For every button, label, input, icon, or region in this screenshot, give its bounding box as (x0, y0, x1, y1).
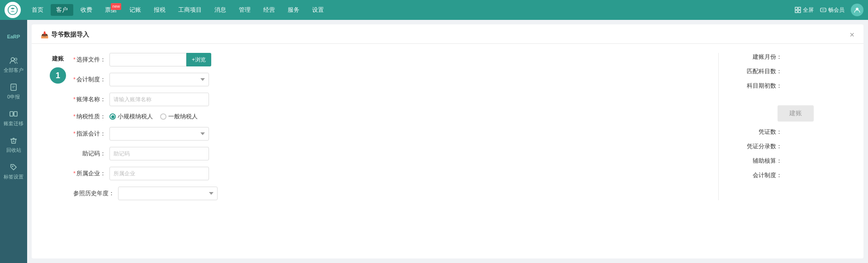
sidebar-item-declaration[interactable]: 0申报 (1, 79, 26, 104)
top-nav: 首页 客户 收费 票据 new 记账 报税 工商项目 消息 管理 经营 服务 设… (0, 0, 868, 20)
match-account-row: 匹配科目数： (746, 67, 845, 75)
svg-rect-10 (10, 112, 13, 116)
voucher-entries-label: 凭证分录数： (746, 142, 782, 150)
match-account-label: 匹配科目数： (746, 67, 782, 75)
main-layout: EaRP 全部客户 0申报 账套迁移 (0, 20, 868, 263)
voucher-count-row: 凭证数： (746, 128, 845, 136)
company-input[interactable] (109, 167, 209, 180)
ledger-name-label: *账簿名称： (73, 95, 106, 103)
svg-point-12 (12, 166, 14, 167)
assign-accountant-row: *指派会计： (73, 127, 218, 141)
company-label: *所属企业： (73, 169, 106, 178)
aux-account-row: 辅助核算： (746, 157, 845, 165)
browse-button[interactable]: +浏览 (186, 53, 211, 66)
assign-accountant-label: *指派会计： (73, 130, 106, 138)
build-button[interactable]: 建账 (778, 105, 814, 122)
nav-item-service[interactable]: 服务 (282, 4, 305, 16)
jianzhuang-label: 建账 (52, 55, 64, 63)
dialog-title-text: 导爷数据导入 (51, 31, 89, 39)
svg-rect-3 (795, 10, 797, 13)
svg-point-8 (15, 58, 17, 61)
svg-point-7 (11, 58, 14, 61)
file-input[interactable] (109, 53, 186, 66)
aux-account-label: 辅助核算： (746, 157, 782, 165)
form-section-right: 建账月份： 匹配科目数： 科目期初数： 建账 凭证 (728, 53, 845, 200)
nav-item-customer[interactable]: 客户 (51, 4, 73, 16)
build-month-row: 建账月份： (746, 53, 845, 61)
sidebar: EaRP 全部客户 0申报 账套迁移 (0, 20, 27, 263)
nav-item-account[interactable]: 记账 (124, 4, 147, 16)
voucher-count-label: 凭证数： (746, 128, 782, 136)
nav-item-invoice[interactable]: 票据 new (100, 4, 122, 16)
company-row: *所属企业： (73, 167, 218, 180)
fullscreen-button[interactable]: 全屏 (795, 6, 814, 14)
sidebar-item-all-customers-label: 全部客户 (4, 67, 24, 74)
accounting-standard-label: *会计制度： (73, 75, 106, 84)
vip-label: 畅会员 (828, 6, 844, 14)
radio-general-dot (160, 113, 166, 120)
radio-general-label: 一般纳税人 (168, 113, 198, 121)
svg-rect-11 (14, 112, 17, 116)
tax-type-row: *纳税性质： 小规模纳税人 一般纳税人 (73, 113, 218, 121)
accounting-standard-row: *会计制度： (73, 73, 218, 86)
radio-small-label: 小规模纳税人 (118, 113, 153, 121)
nav-item-biz[interactable]: 工商项目 (173, 4, 207, 16)
dialog-title: 📥 导爷数据导入 (41, 31, 89, 39)
radio-small-taxpayer[interactable]: 小规模纳税人 (109, 113, 153, 121)
sidebar-item-tag-settings[interactable]: 标签设置 (1, 159, 26, 184)
memo-input[interactable] (109, 147, 209, 160)
sidebar-item-tag-settings-label: 标签设置 (4, 174, 24, 180)
nav-item-billing[interactable]: 收费 (75, 4, 98, 16)
memo-row: 助记码： (73, 147, 218, 160)
radio-small-dot (109, 113, 116, 120)
radio-general-taxpayer[interactable]: 一般纳税人 (160, 113, 198, 121)
sidebar-item-recycle-label: 回收站 (6, 147, 21, 154)
dialog-card: 📥 导爷数据导入 × 建账 1 (32, 24, 863, 258)
form-fields: *选择文件： +浏览 *会计制度： (73, 53, 218, 200)
svg-rect-9 (11, 84, 16, 90)
new-badge: new (111, 3, 121, 10)
file-row: *选择文件： +浏览 (73, 53, 218, 66)
ledger-name-row: *账簿名称： (73, 93, 218, 106)
memo-label: 助记码： (73, 150, 106, 158)
sidebar-item-recycle[interactable]: 回收站 (1, 132, 26, 157)
assign-accountant-select[interactable] (109, 127, 209, 141)
file-label: *选择文件： (73, 56, 106, 64)
svg-rect-1 (795, 7, 797, 9)
nav-item-manage[interactable]: 管理 (233, 4, 256, 16)
accounting-standard-select[interactable] (109, 73, 209, 86)
build-btn-area: 建账 (746, 96, 845, 122)
nav-items: 首页 客户 收费 票据 new 记账 报税 工商项目 消息 管理 经营 服务 设… (26, 4, 795, 16)
sidebar-item-account-migration[interactable]: 账套迁移 (1, 106, 26, 131)
voucher-entries-row: 凭证分录数： (746, 142, 845, 150)
dialog-header: 📥 导爷数据导入 × (32, 24, 863, 44)
ledger-name-input[interactable] (109, 93, 209, 106)
nav-item-home[interactable]: 首页 (26, 4, 49, 16)
sidebar-logo-text: EaRP (7, 33, 20, 40)
nav-item-message[interactable]: 消息 (209, 4, 232, 16)
import-icon: 📥 (41, 31, 48, 38)
svg-point-0 (8, 5, 17, 14)
svg-rect-2 (798, 7, 801, 9)
dialog-body: 建账 1 *选择文件： +浏 (32, 44, 863, 209)
close-button[interactable]: × (849, 31, 854, 39)
svg-rect-4 (798, 10, 801, 13)
file-input-group: +浏览 (109, 53, 211, 66)
avatar[interactable] (851, 4, 863, 16)
history-year-label: 参照历史年度： (73, 189, 114, 197)
form-section-left: 建账 1 *选择文件： +浏 (50, 53, 709, 200)
sidebar-item-account-migration-label: 账套迁移 (4, 120, 24, 127)
init-balance-row: 科目期初数： (746, 82, 845, 90)
sidebar-item-all-customers[interactable]: 全部客户 (1, 52, 26, 77)
history-year-select[interactable] (118, 187, 218, 200)
sidebar-item-declaration-label: 0申报 (7, 94, 20, 100)
vip-button[interactable]: 畅会员 (820, 6, 844, 14)
step-number: 1 (56, 71, 60, 80)
accounting-system-label: 会计制度： (746, 171, 782, 179)
nav-item-operation[interactable]: 经营 (258, 4, 280, 16)
nav-item-tax[interactable]: 报税 (148, 4, 171, 16)
tax-type-label: *纳税性质： (73, 113, 106, 121)
build-month-label: 建账月份： (746, 53, 782, 61)
nav-item-settings[interactable]: 设置 (307, 4, 329, 16)
history-year-row: 参照历史年度： (73, 187, 218, 200)
